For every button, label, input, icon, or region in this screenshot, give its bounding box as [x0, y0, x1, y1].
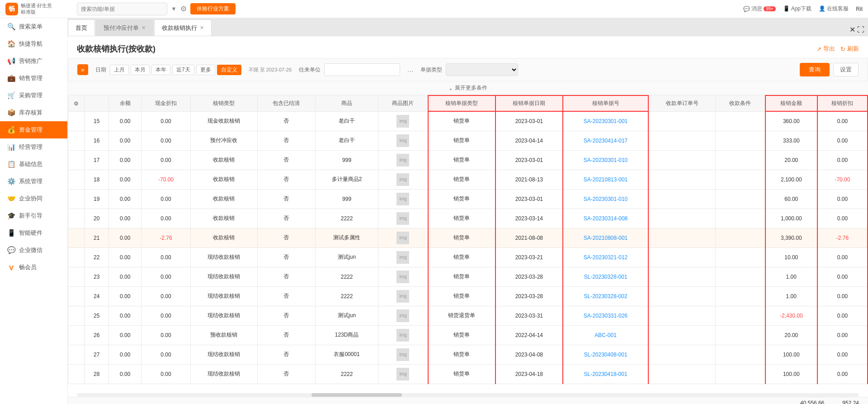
cell-cash-discount: 0.00 — [141, 131, 190, 150]
tab-receipt-verify[interactable]: 收款核销执行 ✕ — [154, 19, 212, 36]
tab-prepay-close-icon[interactable]: ✕ — [142, 25, 146, 31]
goods-image-cell: img — [378, 170, 428, 189]
cell-verify-bill-type: 销货单 — [428, 364, 495, 384]
receipt-type-select[interactable] — [446, 63, 518, 76]
from-unit-input[interactable] — [324, 63, 400, 76]
cell-settings — [68, 228, 85, 247]
header-actions: ↗ 导出 ↻ 刷新 — [816, 45, 859, 53]
sidebar-item-purchase[interactable]: 🛒 采购管理 — [0, 87, 67, 104]
tab-close-all-icon[interactable]: ✕ — [849, 25, 855, 34]
date-btn-last-month[interactable]: 上月 — [110, 65, 129, 75]
cell-cash-discount: 0.00 — [141, 150, 190, 170]
cell-verify-bill-no[interactable]: SA-20210813-001 — [563, 170, 648, 189]
cell-verify-amount: 100.00 — [765, 345, 817, 364]
messages-link[interactable]: 💬 消息 99+ — [743, 5, 776, 13]
sidebar-item-finance[interactable]: 💰 资金管理 — [0, 121, 67, 138]
cell-goods: 多计量商品2 — [316, 170, 378, 189]
cell-verify-bill-date: 2023-03-14 — [495, 209, 563, 228]
export-button[interactable]: ↗ 导出 — [816, 45, 835, 53]
tab-receipt-verify-close-icon[interactable]: ✕ — [200, 25, 204, 31]
top-search-input[interactable] — [77, 3, 167, 15]
sidebar-item-inventory[interactable]: 📦 库存核算 — [0, 104, 67, 121]
cell-included-cleared: 否 — [257, 189, 315, 209]
date-label: 日期 — [95, 66, 106, 74]
cell-balance: 0.00 — [109, 150, 141, 170]
cell-settings — [68, 267, 85, 286]
date-btn-custom[interactable]: 自定义 — [217, 65, 241, 75]
cell-verify-bill-no[interactable]: SA-20230301-001 — [563, 111, 648, 131]
cell-verify-bill-no[interactable]: SA-20230321-012 — [563, 247, 648, 267]
search-button[interactable]: 查询 — [800, 63, 830, 76]
cell-verify-bill-no[interactable]: SA-20210808-001 — [563, 228, 648, 247]
app-download-link[interactable]: 📱 App下载 — [783, 5, 811, 13]
top-search-dropdown-icon[interactable]: ▼ — [171, 5, 177, 12]
sidebar-label-beginner: 新手引导 — [19, 212, 42, 220]
cell-verify-bill-no[interactable]: ABC-001 — [563, 325, 648, 345]
sidebar-item-base-info[interactable]: 📋 基础信息 — [0, 156, 67, 173]
sidebar-item-marketing[interactable]: 📢 营销推广 — [0, 52, 67, 70]
scroll-thumb[interactable] — [311, 393, 402, 397]
tab-receipt-verify-label: 收款核销执行 — [162, 24, 197, 32]
tab-home[interactable]: 首页 — [68, 19, 95, 36]
cell-num: 27 — [85, 345, 109, 364]
sidebar-item-search-menu[interactable]: 🔍 搜索菜单 — [0, 18, 67, 35]
cell-verify-amount: 20.00 — [765, 325, 817, 345]
th-included-cleared: 包含已结清 — [257, 95, 315, 111]
tab-maximize-icon[interactable]: ⛶ — [857, 26, 864, 34]
sidebar-item-beginner[interactable]: 🎓 新手引导 — [0, 207, 67, 224]
cell-receipt-cond — [715, 111, 765, 131]
sidebar-item-operations[interactable]: 📊 经营管理 — [0, 138, 67, 156]
cell-verify-bill-no[interactable]: SL-20230328-001 — [563, 267, 648, 286]
cell-receipt-order-no — [648, 267, 715, 286]
sidebar-item-smart-hw[interactable]: 📱 智能硬件 — [0, 224, 67, 242]
table-row: 260.000.00预收款核销否123D商品img销货单2022-04-14AB… — [68, 325, 868, 345]
sidebar-item-sales[interactable]: 💼 销售管理 — [0, 70, 67, 87]
cell-verify-discount: 0.00 — [817, 189, 868, 209]
industry-solution-button[interactable]: 休验行业方案 — [190, 3, 236, 14]
th-settings[interactable]: ⚙ — [68, 95, 85, 111]
expand-more-bar[interactable]: ⌄ 展开更多条件 — [68, 81, 868, 95]
app-name: 畅捷通·好生意标准版 — [21, 3, 52, 14]
date-btn-more[interactable]: 更多 — [196, 65, 215, 75]
cell-receipt-order-no — [648, 131, 715, 150]
sidebar-item-wechat[interactable]: 💬 企业微信 — [0, 242, 67, 259]
cell-verify-bill-no[interactable]: SL-20230328-002 — [563, 286, 648, 306]
filter-settings-button[interactable]: 设置 — [833, 63, 859, 76]
cooperation-icon: 🤝 — [7, 195, 15, 203]
search-menu-icon: 🔍 — [7, 23, 15, 31]
cell-verify-bill-no[interactable]: SA-20230314-008 — [563, 209, 648, 228]
sidebar-item-system[interactable]: ⚙️ 系统管理 — [0, 173, 67, 190]
top-bar: 畅 畅捷通·好生意标准版 ▼ ⚙ 休验行业方案 💬 消息 99+ 📱 App下载… — [0, 0, 868, 18]
cell-verify-bill-no[interactable]: SA-20230414-017 — [563, 131, 648, 150]
cell-verify-discount: 0.00 — [817, 306, 868, 325]
quick-nav-icon: 🏠 — [7, 40, 15, 48]
sidebar-item-cooperation[interactable]: 🤝 企业协同 — [0, 190, 67, 207]
settings-icon[interactable]: ⚙ — [180, 5, 187, 13]
scroll-bar[interactable] — [77, 393, 859, 397]
sidebar-item-quick-nav[interactable]: 🏠 快捷导航 — [0, 35, 67, 52]
filter-expand-button[interactable]: » — [77, 64, 88, 75]
cell-verify-bill-no[interactable]: SL-20230408-001 — [563, 345, 648, 364]
date-btn-this-month[interactable]: 本月 — [131, 65, 150, 75]
goods-image-cell: img — [378, 345, 428, 364]
refresh-icon: ↻ — [840, 46, 845, 52]
cell-settings — [68, 345, 85, 364]
date-btn-this-year[interactable]: 本年 — [151, 65, 170, 75]
cell-verify-bill-no[interactable]: SA-20230301-010 — [563, 189, 648, 209]
table-row: 170.000.00收款核销否999img销货单2023-03-01SA-202… — [68, 150, 868, 170]
date-btn-7days[interactable]: 近7天 — [172, 65, 194, 75]
cell-verify-bill-type: 销货退货单 — [428, 306, 495, 325]
cell-verify-amount: 333.00 — [765, 131, 817, 150]
cell-included-cleared: 否 — [257, 364, 315, 384]
goods-image-cell: img — [378, 189, 428, 209]
refresh-button[interactable]: ↻ 刷新 — [840, 45, 859, 53]
sidebar-item-vip[interactable]: V 畅会员 — [0, 259, 67, 276]
cell-verify-bill-no[interactable]: SA-20230331-026 — [563, 306, 648, 325]
online-service-link[interactable]: 👤 在线客服 — [819, 5, 849, 13]
sales-icon: 💼 — [7, 74, 15, 82]
cell-verify-bill-no[interactable]: SA-20230301-010 — [563, 150, 648, 170]
user-name[interactable]: Rit — [856, 6, 863, 12]
cell-goods: 老白干 — [316, 111, 378, 131]
tab-prepay[interactable]: 预付冲应付单 ✕ — [96, 19, 153, 36]
cell-verify-bill-no[interactable]: SL-20230418-001 — [563, 364, 648, 384]
